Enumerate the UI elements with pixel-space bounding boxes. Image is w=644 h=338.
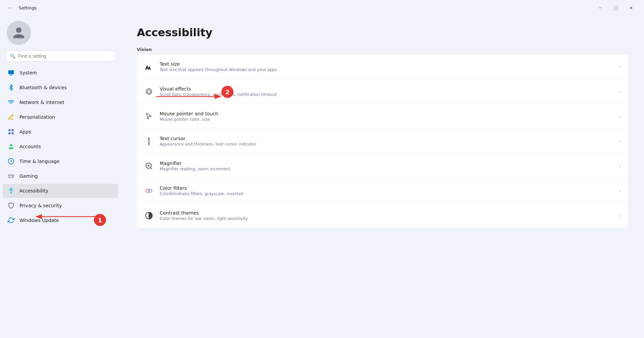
svg-point-13 [10, 188, 11, 189]
sidebar-item-label: Network & internet [19, 100, 64, 105]
accounts-icon [7, 143, 15, 150]
sidebar: 🔍 System Bluetooth & devices Network & i… [0, 15, 121, 338]
avatar[interactable] [7, 21, 31, 45]
setting-item-visual-effects[interactable]: Visual effects Scroll bars, transparency… [137, 79, 628, 104]
network-icon [7, 99, 15, 106]
svg-marker-17 [147, 90, 151, 94]
page-title: Accessibility [137, 26, 628, 39]
settings-list: AA Text size Text size that appears thro… [137, 55, 628, 228]
sidebar-item-bluetooth[interactable]: Bluetooth & devices [3, 80, 118, 95]
maximize-button[interactable]: ⬜ [608, 2, 623, 13]
setting-title-mouse-pointer: Mouse pointer and touch [160, 111, 614, 116]
svg-rect-0 [8, 70, 14, 74]
search-input[interactable] [18, 53, 111, 59]
svg-line-19 [151, 167, 152, 169]
chevron-right-icon: › [619, 138, 621, 144]
sidebar-item-label: Time & language [19, 159, 59, 164]
setting-subtitle-magnifier: Magnifier reading, zoom increment [160, 167, 614, 171]
setting-text-text-cursor: Text cursor Appearance and thickness, te… [160, 136, 614, 147]
user-icon [12, 26, 25, 40]
main-content: Accessibility Vision AA Text size Text s… [121, 15, 644, 338]
mouse-pointer-icon [144, 111, 154, 122]
svg-text:A: A [148, 66, 151, 70]
setting-subtitle-color-filters: Colorblindness filters, grayscale, inver… [160, 191, 614, 196]
svg-rect-6 [12, 132, 14, 134]
setting-text-magnifier: Magnifier Magnifier reading, zoom increm… [160, 161, 614, 171]
search-icon: 🔍 [10, 53, 15, 59]
sidebar-item-gaming[interactable]: Gaming [3, 169, 118, 183]
setting-subtitle-contrast-themes: Color themes for low vision, light sensi… [160, 216, 614, 221]
personalization-icon [7, 113, 15, 121]
chevron-right-icon: › [619, 188, 621, 193]
chevron-right-icon: › [619, 89, 621, 94]
setting-text-text-size: Text size Text size that appears through… [160, 61, 614, 72]
setting-subtitle-mouse-pointer: Mouse pointer color, size [160, 117, 614, 122]
setting-item-color-filters[interactable]: Color filters Colorblindness filters, gr… [137, 179, 628, 203]
svg-point-7 [10, 144, 12, 147]
sidebar-item-label: Gaming [19, 173, 38, 179]
setting-text-color-filters: Color filters Colorblindness filters, gr… [160, 185, 614, 196]
minimize-button[interactable]: − [592, 2, 608, 13]
sidebar-item-label: Personalization [19, 114, 55, 120]
svg-rect-4 [12, 129, 14, 131]
privacy-icon [7, 202, 15, 209]
sidebar-item-label: Accessibility [19, 188, 48, 193]
annotation-badge-2: 2 [221, 86, 233, 98]
setting-title-contrast-themes: Contrast themes [160, 210, 614, 216]
svg-rect-3 [9, 129, 11, 131]
sidebar-item-label: Accounts [19, 144, 41, 149]
gaming-icon [7, 172, 15, 180]
text-cursor-icon [144, 136, 154, 147]
text-size-icon: AA [144, 61, 154, 72]
chevron-right-icon: › [619, 64, 621, 69]
chevron-right-icon: › [619, 114, 621, 119]
setting-subtitle-text-size: Text size that appears throughout Window… [160, 67, 614, 72]
sidebar-item-label: Bluetooth & devices [19, 85, 67, 90]
nav-container: System Bluetooth & devices Network & int… [3, 66, 118, 228]
search-box[interactable]: 🔍 [5, 50, 115, 62]
accessibility-icon [7, 187, 15, 194]
sidebar-item-time[interactable]: Time & language [3, 154, 118, 168]
sidebar-item-label: System [19, 70, 37, 75]
chevron-right-icon: › [619, 213, 621, 218]
app-body: 🔍 System Bluetooth & devices Network & i… [0, 15, 644, 338]
setting-item-text-cursor[interactable]: Text cursor Appearance and thickness, te… [137, 129, 628, 153]
title-bar-controls: − ⬜ ✕ [592, 2, 639, 13]
update-icon [7, 217, 15, 224]
title-bar-left: ← Settings [5, 3, 37, 12]
setting-title-text-cursor: Text cursor [160, 136, 614, 141]
title-bar: ← Settings − ⬜ ✕ [0, 0, 644, 15]
bluetooth-icon [7, 84, 15, 91]
sidebar-item-apps[interactable]: Apps [3, 125, 118, 139]
setting-subtitle-text-cursor: Appearance and thickness, text cursor in… [160, 142, 614, 147]
magnifier-icon [144, 161, 154, 171]
visual-effects-icon [144, 86, 154, 97]
sidebar-item-accessibility[interactable]: Accessibility [3, 184, 118, 198]
setting-title-color-filters: Color filters [160, 185, 614, 191]
sidebar-item-label: Windows Update [19, 218, 59, 223]
sidebar-item-privacy[interactable]: Privacy & security [3, 199, 118, 213]
setting-item-contrast-themes[interactable]: Contrast themes Color themes for low vis… [137, 204, 628, 228]
section-vision-label: Vision [137, 47, 628, 52]
contrast-themes-icon [144, 210, 154, 221]
sidebar-item-system[interactable]: System [3, 66, 118, 80]
sidebar-item-accounts[interactable]: Accounts [3, 139, 118, 154]
system-icon [7, 69, 15, 76]
back-button[interactable]: ← [5, 3, 15, 12]
annotation-badge-1: 1 [94, 214, 106, 226]
window-title: Settings [19, 5, 37, 10]
close-button[interactable]: ✕ [623, 2, 639, 13]
sidebar-item-network[interactable]: Network & internet [3, 95, 118, 109]
setting-item-magnifier[interactable]: Magnifier Magnifier reading, zoom increm… [137, 154, 628, 178]
apps-icon [7, 128, 15, 135]
sidebar-item-label: Apps [19, 129, 31, 134]
svg-point-12 [12, 176, 13, 177]
setting-text-mouse-pointer: Mouse pointer and touch Mouse pointer co… [160, 111, 614, 122]
time-icon [7, 158, 15, 165]
setting-title-text-size: Text size [160, 61, 614, 67]
setting-item-mouse-pointer[interactable]: Mouse pointer and touch Mouse pointer co… [137, 104, 628, 128]
chevron-right-icon: › [619, 163, 621, 169]
setting-item-text-size[interactable]: AA Text size Text size that appears thro… [137, 55, 628, 79]
sidebar-item-personalization[interactable]: Personalization [3, 110, 118, 124]
setting-title-magnifier: Magnifier [160, 161, 614, 166]
